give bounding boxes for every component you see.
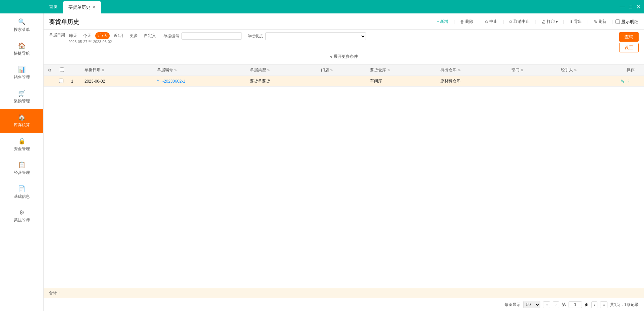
- col-index-header: [68, 64, 81, 76]
- row-department: [508, 76, 557, 87]
- sidebar-item-quicknav[interactable]: 🏠 快捷导航: [0, 37, 43, 61]
- filter-actions: 查询 设置: [619, 32, 639, 52]
- row-pending-warehouse: 原材料仓库: [437, 76, 508, 87]
- row-more-icon[interactable]: ⋮: [627, 79, 631, 84]
- col-handler-header[interactable]: 经手人 ⇅: [557, 64, 617, 76]
- tab-home[interactable]: 首页: [44, 0, 63, 13]
- prev-page-button[interactable]: ‹: [553, 301, 559, 308]
- row-action: ✎ ⋮: [617, 76, 644, 87]
- toolbar: + 新增 | 🗑 删除 | ⊘ 中止 | ⊘ 取消中止: [434, 17, 639, 26]
- sidebar-item-system[interactable]: ⚙ 系统管理: [0, 204, 43, 228]
- status-label: 单据状态: [247, 34, 263, 39]
- col-date-header[interactable]: 单据日期 ⇅: [81, 64, 154, 76]
- expand-filter-button[interactable]: ∨ 展开更多条件: [330, 54, 358, 59]
- row-settings-cell: [44, 76, 56, 87]
- gear-icon: ⚙: [19, 209, 24, 216]
- lock-icon: 🔒: [18, 137, 25, 145]
- doc-number-filter: 单据编号: [163, 32, 242, 40]
- date-filter-label: 单据日期: [49, 32, 65, 38]
- col-department-header[interactable]: 部门 ⇅: [508, 64, 557, 76]
- sidebar-item-inventory[interactable]: 🏠 库存核算: [0, 109, 43, 133]
- row-edit-icon[interactable]: ✎: [621, 79, 625, 84]
- sidebar-item-sales[interactable]: 📊 销售管理: [0, 61, 43, 85]
- col-type-header[interactable]: 单据类型 ⇅: [247, 64, 318, 76]
- col-action-header: 操作: [617, 64, 644, 76]
- row-date: 2023-06-02: [81, 76, 154, 87]
- settings-icon[interactable]: ⚙: [48, 68, 52, 73]
- date-btn-1month[interactable]: 近1月: [112, 32, 126, 39]
- first-page-button[interactable]: «: [543, 301, 550, 308]
- print-button[interactable]: 🖨 打印 ▾: [539, 17, 560, 26]
- sidebar-item-operations-label: 经营管理: [14, 170, 30, 176]
- row-handler: [557, 76, 617, 87]
- sidebar-item-search[interactable]: 🔍 搜索菜单: [0, 13, 43, 37]
- setting-button[interactable]: 设置: [619, 43, 639, 52]
- col-pending-warehouse-header[interactable]: 待出仓库 ⇅: [437, 64, 508, 76]
- last-page-button[interactable]: »: [600, 301, 607, 308]
- date-btn-yesterday[interactable]: 昨天: [67, 32, 79, 39]
- sidebar-item-basic[interactable]: 📄 基础信息: [0, 180, 43, 204]
- cart-icon: 🛒: [18, 90, 25, 97]
- window-close-icon[interactable]: ✕: [636, 4, 641, 10]
- stop-button[interactable]: ⊘ 中止: [482, 17, 500, 26]
- stop-icon: ⊘: [485, 19, 488, 24]
- sidebar-item-finance[interactable]: 🔒 资金管理: [0, 133, 43, 157]
- table-container: ⚙ 单据日期 ⇅ 单据编号 ⇅: [44, 64, 644, 288]
- window-maximize-icon[interactable]: □: [629, 4, 632, 10]
- doc-number-label: 单据编号: [163, 33, 179, 39]
- row-checkbox[interactable]: [59, 79, 63, 83]
- page-prefix: 第: [562, 302, 566, 308]
- pagination: 每页显示 50 100 « ‹ 第 页 › » 共1页，1条记录: [44, 298, 644, 311]
- page-number-input[interactable]: [569, 301, 582, 308]
- refresh-icon: ↻: [594, 19, 597, 24]
- doc-icon: 📄: [18, 185, 25, 192]
- new-button[interactable]: + 新增: [434, 17, 451, 26]
- date-btn-more[interactable]: 更多: [128, 32, 140, 39]
- col-store-header[interactable]: 门店 ⇅: [318, 64, 367, 76]
- sidebar-item-sales-label: 销售管理: [14, 75, 30, 80]
- sidebar-item-purchase[interactable]: 🛒 采购管理: [0, 85, 43, 109]
- date-range-display: 2023-05-27 至 2023-06-02: [68, 39, 158, 44]
- select-all-checkbox[interactable]: [60, 68, 64, 72]
- status-select[interactable]: [265, 32, 366, 40]
- window-minimize-icon[interactable]: —: [620, 4, 625, 10]
- tab-close-icon[interactable]: ✕: [92, 5, 96, 10]
- doc-number-link[interactable]: YH-20230602-1: [157, 79, 185, 84]
- row-req-warehouse: 车间库: [367, 76, 437, 87]
- chart-icon: 📊: [18, 66, 25, 73]
- refresh-button[interactable]: ↻ 刷新: [591, 17, 609, 26]
- new-button-label: + 新增: [437, 19, 448, 25]
- sidebar-item-operations[interactable]: 📋 经营管理: [0, 157, 43, 180]
- main-area: 要货单历史 + 新增 | 🗑 删除 | ⊘ 中止 |: [44, 13, 644, 311]
- col-number-header[interactable]: 单据编号 ⇅: [154, 64, 247, 76]
- sidebar-item-purchase-label: 采购管理: [14, 98, 30, 104]
- query-button[interactable]: 查询: [619, 32, 639, 42]
- home-icon: 🏠: [18, 42, 25, 49]
- row-type: 要货单要货: [247, 76, 318, 87]
- next-page-button[interactable]: ›: [591, 301, 597, 308]
- cancel-stop-icon: ⊘: [509, 19, 513, 24]
- footer-label: 合计：: [49, 291, 61, 295]
- cancel-stop-button[interactable]: ⊘ 取消中止: [506, 17, 532, 26]
- doc-number-input[interactable]: [181, 32, 242, 40]
- col-req-warehouse-header[interactable]: 要货仓库 ⇅: [367, 64, 437, 76]
- delete-button[interactable]: 🗑 删除: [458, 17, 476, 26]
- col-settings: ⚙: [44, 64, 56, 76]
- search-icon: 🔍: [18, 18, 25, 26]
- export-button[interactable]: ⬆ 导出: [567, 17, 585, 26]
- date-btn-today[interactable]: 今天: [81, 32, 93, 39]
- table-row: 1 2023-06-02 YH-20230602-1 要货单要货 车间库 原材料…: [44, 76, 644, 87]
- tab-history[interactable]: 要货单历史 ✕: [63, 1, 101, 13]
- date-btn-7days[interactable]: 近7天: [95, 32, 110, 39]
- display-detail-checkbox[interactable]: [615, 19, 620, 24]
- per-page-select[interactable]: 50 100: [523, 301, 540, 308]
- page-suffix: 页: [585, 302, 589, 308]
- sort-type-icon: ⇅: [267, 68, 270, 72]
- expand-row: ∨ 展开更多条件: [49, 52, 639, 61]
- top-bar: 首页 要货单历史 ✕ — □ ✕: [0, 0, 644, 13]
- refresh-button-label: 刷新: [598, 19, 606, 25]
- stop-button-label: 中止: [489, 19, 497, 25]
- top-bar-right: — □ ✕: [620, 4, 641, 10]
- display-detail-checkbox-label[interactable]: 显示明细: [615, 19, 639, 25]
- date-btn-custom[interactable]: 自定义: [142, 32, 158, 39]
